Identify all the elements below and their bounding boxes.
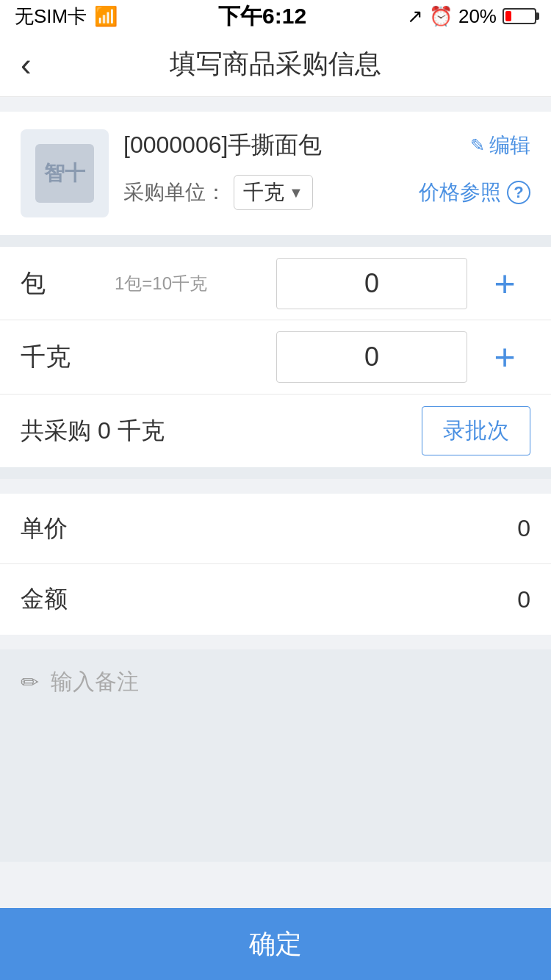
battery-body — [503, 8, 536, 24]
unit-label-text: 采购单位： — [123, 179, 226, 206]
confirm-button[interactable]: 确定 — [0, 908, 551, 980]
help-icon: ? — [507, 181, 530, 204]
bag-input-control: 0 + — [207, 258, 530, 309]
product-card: 智十 [0000006]手撕面包 ✎ 编辑 采购单位： 千克 ▼ — [0, 112, 551, 235]
summary-unit: 千克 — [118, 417, 165, 444]
price-info-section: 单价 0 金额 0 — [0, 494, 551, 635]
bag-plus-button[interactable]: + — [479, 258, 530, 309]
amount-label: 金额 — [21, 583, 68, 616]
dropdown-arrow-icon: ▼ — [289, 184, 303, 201]
product-logo-text: 智十 — [44, 159, 85, 187]
kg-input-control: 0 + — [109, 331, 530, 383]
note-placeholder: 输入备注 — [51, 667, 139, 697]
page-title: 填写商品采购信息 — [170, 46, 381, 82]
unit-value: 千克 — [243, 179, 284, 206]
kg-quantity-input[interactable]: 0 — [276, 331, 467, 383]
product-name: [0000006]手撕面包 — [123, 129, 322, 162]
divider-1 — [0, 235, 551, 247]
unit-select[interactable]: 千克 ▼ — [234, 175, 313, 210]
product-info: [0000006]手撕面包 ✎ 编辑 采购单位： 千克 ▼ 价格参照 ? — [123, 129, 530, 210]
product-image: 智十 — [21, 129, 109, 217]
back-button[interactable]: ‹ — [21, 48, 32, 81]
status-left: 无SIM卡 📶 — [15, 4, 118, 29]
battery-indicator — [503, 8, 536, 24]
alarm-icon: ⏰ — [429, 5, 453, 28]
unit-price-value: 0 — [517, 515, 530, 542]
batch-button[interactable]: 录批次 — [422, 406, 530, 455]
status-bar: 无SIM卡 📶 下午6:12 ↗ ⏰ 20% — [0, 0, 551, 32]
summary-section: 共采购 0 千克 录批次 — [0, 394, 551, 467]
unit-price-row: 单价 0 — [0, 494, 551, 564]
price-ref-button[interactable]: 价格参照 ? — [419, 179, 530, 206]
battery-fill — [505, 11, 511, 21]
bag-quantity-input[interactable]: 0 — [276, 258, 467, 309]
summary-quantity: 0 — [98, 417, 111, 444]
summary-text: 共采购 0 千克 — [21, 415, 165, 447]
kg-plus-button[interactable]: + — [479, 331, 530, 383]
unit-row: 采购单位： 千克 ▼ 价格参照 ? — [123, 175, 530, 210]
input-section: 包 1包=10千克 0 + 千克 0 + — [0, 247, 551, 394]
status-right: ↗ ⏰ 20% — [407, 5, 536, 28]
note-section[interactable]: ✏ 输入备注 — [0, 649, 551, 715]
edit-icon: ✎ — [470, 135, 485, 156]
divider-2 — [0, 467, 551, 479]
bag-label: 包 — [21, 267, 109, 300]
nav-bar: ‹ 填写商品采购信息 — [0, 32, 551, 97]
wifi-icon: 📶 — [94, 5, 118, 28]
edit-button[interactable]: ✎ 编辑 — [470, 131, 530, 159]
amount-value: 0 — [517, 586, 530, 613]
status-time: 下午6:12 — [218, 1, 306, 32]
product-name-row: [0000006]手撕面包 ✎ 编辑 — [123, 129, 530, 162]
unit-label: 采购单位： 千克 ▼ — [123, 175, 313, 210]
bag-input-row: 包 1包=10千克 0 + — [0, 247, 551, 320]
kg-label: 千克 — [21, 340, 109, 374]
sim-text: 无SIM卡 — [15, 4, 87, 29]
bag-sub-label: 1包=10千克 — [115, 272, 207, 295]
product-logo: 智十 — [35, 144, 94, 203]
battery-percent: 20% — [458, 5, 497, 28]
kg-input-row: 千克 0 + — [0, 320, 551, 394]
amount-row: 金额 0 — [0, 564, 551, 635]
edit-label: 编辑 — [489, 131, 530, 159]
location-icon: ↗ — [407, 5, 423, 28]
price-ref-label: 价格参照 — [419, 179, 501, 206]
unit-price-label: 单价 — [21, 513, 68, 545]
content-filler — [0, 715, 551, 862]
pencil-icon: ✏ — [21, 669, 39, 695]
